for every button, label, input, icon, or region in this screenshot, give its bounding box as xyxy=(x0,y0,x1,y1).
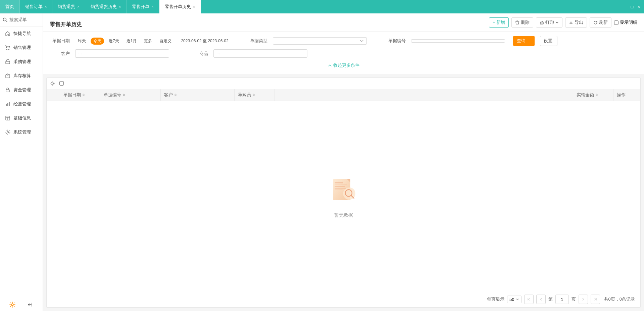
date-opt-yesterday[interactable]: 昨天 xyxy=(75,38,89,45)
tab-retail-open-history-close[interactable]: × xyxy=(193,5,195,9)
table-settings-icon[interactable] xyxy=(50,81,55,86)
th-customer[interactable]: 客户 xyxy=(161,89,235,101)
sidebar-item-finance[interactable]: 资金管理 xyxy=(0,83,43,97)
table-wrap: 单据日期 单据编号 客户 xyxy=(46,77,641,308)
tab-sales-return[interactable]: 销货退货 × xyxy=(52,0,85,13)
billno-sort-icon[interactable] xyxy=(122,93,126,97)
type-select[interactable] xyxy=(273,37,367,45)
tab-sales-return-label: 销货退货 xyxy=(58,4,75,10)
print-label: 打印 xyxy=(545,19,554,25)
sidebar-search-label: 搜索采单 xyxy=(9,17,27,23)
refresh-button[interactable]: 刷新 xyxy=(590,17,611,28)
date-opt-7days[interactable]: 近7天 xyxy=(106,38,122,45)
date-opt-1month[interactable]: 近1月 xyxy=(124,38,140,45)
tab-home-label: 首页 xyxy=(5,4,14,10)
sidebar-item-inventory[interactable]: 库存核算 xyxy=(0,69,43,83)
maximize-btn[interactable]: □ xyxy=(631,4,634,9)
th-ops-label: 操作 xyxy=(617,92,626,98)
sidebar-item-basic-info[interactable]: 基础信息 xyxy=(0,111,43,125)
settings-btn[interactable]: 设置 xyxy=(540,36,557,46)
th-billno[interactable]: 单据编号 xyxy=(100,89,161,101)
select-all-checkbox[interactable] xyxy=(59,81,64,86)
settings-icon[interactable] xyxy=(9,302,15,308)
billno-input[interactable] xyxy=(411,39,505,43)
svg-rect-23 xyxy=(335,186,345,187)
last-page-btn[interactable] xyxy=(591,295,600,304)
tab-home[interactable]: 首页 xyxy=(0,0,20,13)
date-opt-today[interactable]: 今天 xyxy=(91,38,104,45)
th-guide[interactable]: 导购员 xyxy=(235,89,275,101)
per-page-value: 50 xyxy=(509,297,514,302)
table-toolbar xyxy=(47,78,640,89)
display-detail-label[interactable]: 显示明细 xyxy=(614,19,637,25)
chevron-up-icon xyxy=(328,63,332,67)
customer-filter-label: 客户 xyxy=(50,51,70,57)
customer-placeholder: ··· xyxy=(78,51,82,56)
refresh-label: 刷新 xyxy=(599,19,608,25)
date-opt-more[interactable]: 更多 xyxy=(141,38,155,45)
export-button[interactable]: 导出 xyxy=(565,17,587,28)
tab-sales-return-history-close[interactable]: × xyxy=(119,5,121,9)
th-date-label: 单据日期 xyxy=(63,92,81,98)
window-controls: − □ × xyxy=(624,4,644,9)
display-detail-checkbox[interactable] xyxy=(614,20,618,25)
svg-point-19 xyxy=(52,83,54,84)
guide-sort-icon[interactable] xyxy=(252,93,255,97)
sidebar-item-purchase-mgmt-label: 采购管理 xyxy=(13,59,31,65)
trash-icon xyxy=(515,20,519,25)
prev-page-btn[interactable] xyxy=(536,295,546,304)
tab-retail-open-history-label: 零售开单历史 xyxy=(165,4,191,10)
sidebar-item-finance-label: 资金管理 xyxy=(13,87,31,93)
tab-sales-order[interactable]: 销售订单 × xyxy=(20,0,52,13)
collapse-filter-btn[interactable]: 收起更多条件 xyxy=(50,61,637,70)
search-icon xyxy=(3,17,7,22)
tab-retail-open[interactable]: 零售开单 × xyxy=(127,0,159,13)
page-header: 零售开单历史 + 新增 删除 打印 导出 刷新 xyxy=(43,13,644,32)
tab-retail-open-history[interactable]: 零售开单历史 × xyxy=(159,0,201,13)
page-number-input[interactable] xyxy=(555,295,569,304)
date-opt-custom[interactable]: 自定义 xyxy=(157,38,174,45)
print-button[interactable]: 打印 xyxy=(536,17,562,28)
date-sort-icon[interactable] xyxy=(82,93,85,97)
add-button[interactable]: + 新增 xyxy=(489,17,509,28)
per-page-select[interactable]: 50 xyxy=(507,296,521,303)
lock-icon xyxy=(5,87,11,93)
tab-sales-return-history[interactable]: 销货退货历史 × xyxy=(85,0,127,13)
table-body: 暂无数据 xyxy=(47,101,640,291)
th-date[interactable]: 单据日期 xyxy=(60,89,100,101)
sidebar-item-sales-mgmt[interactable]: 销售管理 xyxy=(0,41,43,55)
svg-rect-4 xyxy=(6,61,10,64)
sidebar-search[interactable]: 搜索采单 xyxy=(0,13,43,27)
minimize-btn[interactable]: − xyxy=(624,4,627,9)
svg-point-2 xyxy=(6,49,7,50)
amount-sort-icon[interactable] xyxy=(595,93,598,97)
svg-rect-7 xyxy=(6,90,9,92)
sidebar-item-operations[interactable]: 经营管理 xyxy=(0,97,43,111)
print-dropdown-icon xyxy=(555,21,559,24)
first-page-btn[interactable] xyxy=(524,295,534,304)
th-guide-label: 导购员 xyxy=(238,92,251,98)
goods-input[interactable]: ··· xyxy=(213,49,307,58)
sidebar-item-quick-nav[interactable]: 快捷导航 xyxy=(0,27,43,41)
tab-retail-open-close[interactable]: × xyxy=(151,5,153,9)
top-tabbar: 首页 销售订单 × 销货退货 × 销货退货历史 × 零售开单 × 零售开单历史 … xyxy=(0,0,644,13)
delete-button[interactable]: 删除 xyxy=(511,17,533,28)
tab-sales-order-close[interactable]: × xyxy=(45,5,47,9)
sidebar-collapse-btn[interactable] xyxy=(27,302,33,308)
svg-rect-9 xyxy=(7,103,8,106)
customer-sort-icon[interactable] xyxy=(174,93,177,97)
close-btn[interactable]: × xyxy=(637,4,640,9)
goods-placeholder: ··· xyxy=(216,51,220,56)
customer-input[interactable]: ··· xyxy=(75,49,169,58)
tab-sales-return-close[interactable]: × xyxy=(77,5,79,9)
svg-rect-5 xyxy=(6,75,10,78)
th-spacer xyxy=(275,89,573,101)
shop-icon xyxy=(5,59,11,65)
next-page-btn[interactable] xyxy=(579,295,588,304)
goods-filter-label: 商品 xyxy=(188,51,208,57)
sidebar-item-purchase-mgmt[interactable]: 采购管理 xyxy=(0,55,43,69)
th-amount[interactable]: 实销金额 xyxy=(573,89,613,101)
toolbar-actions: + 新增 删除 打印 导出 刷新 xyxy=(489,17,637,32)
sidebar-item-system[interactable]: 系统管理 xyxy=(0,125,43,139)
query-button[interactable]: 查询 xyxy=(513,36,535,46)
